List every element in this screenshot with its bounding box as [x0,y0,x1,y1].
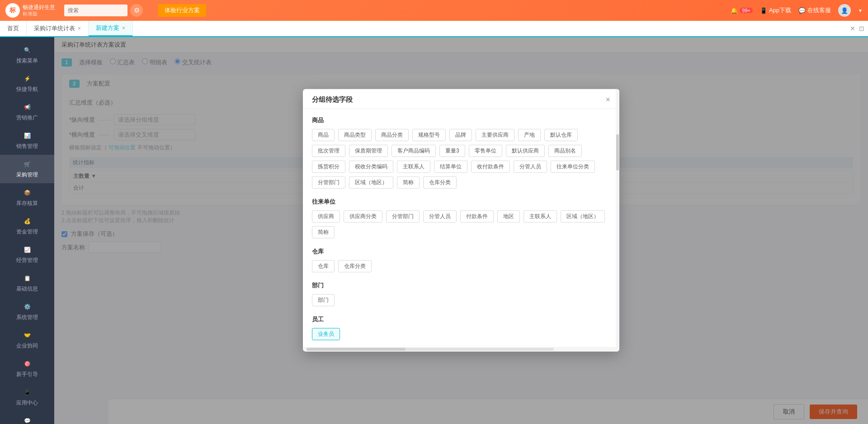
field-warehouse-category[interactable]: 仓库分类 [338,260,372,272]
field-payment-terms[interactable]: 收付款条件 [471,160,510,172]
notification-item[interactable]: 🔔 99+ [731,7,753,14]
top-header: 标 畅捷通好生意 标准版 ⚙ 体验行业方案 🔔 99+ 📱 App下载 💬 在线… [0,0,868,21]
field-spec-model[interactable]: 规格型号 [412,129,446,141]
tab-collapse-icon[interactable]: ✕ [850,25,855,32]
sidebar-item-newbie[interactable]: 🎯 新手引导 [0,354,54,383]
field-partner-contact[interactable]: 主联系人 [524,210,557,222]
sidebar-item-finance-label: 资金管理 [16,228,38,236]
field-product-category[interactable]: 商品分类 [375,129,409,141]
field-warehouse[interactable]: 仓库 [312,260,335,272]
tab-new-plan[interactable]: 新建方案 × [89,21,133,36]
enterprise-wechat-icon: 💬 [22,416,32,424]
field-payment-condition[interactable]: 付款条件 [460,210,494,222]
field-main-supplier[interactable]: 主要供应商 [476,129,514,141]
modal-header: 分组待选字段 × [303,89,619,109]
tab-home[interactable]: 首页 [0,21,27,36]
tab-expand-icon[interactable]: ⊡ [859,25,864,32]
tab-purchase-stats[interactable]: 采购订单统计表 × [27,21,89,36]
sidebar-item-operation-label: 经营管理 [16,257,38,264]
quick-nav-icon: ⚡ [22,74,32,84]
logo-text: 畅捷通好生意 标准版 [23,4,55,17]
horizontal-scrollbar-track [307,348,554,351]
search-icon: 🔍 [22,45,32,55]
sidebar-item-purchase[interactable]: 🛒 采购管理 [0,155,54,183]
field-customer-code[interactable]: 客户商品编码 [392,144,436,157]
sidebar-item-operation[interactable]: 📈 经营管理 [0,240,54,269]
field-product-type[interactable]: 商品类型 [338,129,372,141]
finance-icon: 💰 [22,216,32,226]
sidebar-item-enterprise-wechat[interactable]: 💬 企业微信 [0,411,54,424]
sidebar-item-search[interactable]: 🔍 搜索菜单 [0,41,54,69]
field-abbr[interactable]: 简称 [397,176,420,188]
field-partner-supervisor[interactable]: 分管人员 [423,210,457,222]
field-settlement-unit[interactable]: 结算单位 [434,160,467,172]
field-partner-dept[interactable]: 分管部门 [386,210,420,222]
header-right: 🔔 99+ 📱 App下载 💬 在线客服 👤 ▼ [731,4,863,17]
sidebar-item-inventory[interactable]: 📦 库存核算 [0,183,54,212]
field-brand[interactable]: 品牌 [449,129,472,141]
sidebar-item-app-center[interactable]: 📱 应用中心 [0,383,54,411]
field-product-alias[interactable]: 商品别名 [548,144,582,157]
modal-body: 商品 商品 商品类型 商品分类 规格型号 品牌 主要供应商 产地 默认仓库 批次… [303,109,619,347]
section-department-title: 部门 [312,281,610,289]
sidebar-item-basic[interactable]: 📋 基础信息 [0,269,54,297]
experience-btn[interactable]: 体验行业方案 [158,4,206,17]
modal-horizontal-scrollbar[interactable] [303,347,619,352]
tab-purchase-stats-close[interactable]: × [78,25,81,32]
service-icon: 💬 [798,7,806,14]
field-default-supplier[interactable]: 默认供应商 [506,144,545,157]
field-department[interactable]: 部门 [312,294,335,306]
newbie-icon: 🎯 [22,359,32,369]
field-partner-abbr[interactable]: 简称 [312,226,335,238]
sidebar-item-purchase-label: 采购管理 [16,171,38,179]
field-main-contact[interactable]: 主联系人 [397,160,430,172]
tab-new-plan-close[interactable]: × [122,25,125,31]
field-partner-category[interactable]: 往来单位分类 [551,160,595,172]
online-service-item[interactable]: 💬 在线客服 [798,6,831,14]
field-district[interactable]: 地区 [497,210,520,222]
field-supervisor[interactable]: 分管人员 [514,160,547,172]
section-product: 商品 商品 商品类型 商品分类 规格型号 品牌 主要供应商 产地 默认仓库 批次… [312,116,610,188]
sidebar-item-marketing[interactable]: 📢 营销推广 [0,98,54,126]
app-download-label: App下载 [769,6,791,14]
field-weight[interactable]: 重量3 [439,144,465,157]
field-quality-mgmt[interactable]: 保质期管理 [349,144,388,157]
field-supplier[interactable]: 供应商 [312,210,340,222]
field-retail-unit[interactable]: 零售单位 [469,144,502,157]
field-supplier-category[interactable]: 供应商分类 [344,210,382,222]
settings-icon[interactable]: ⚙ [130,4,143,17]
modal-close-btn[interactable]: × [605,95,610,104]
field-dept[interactable]: 分管部门 [312,176,345,188]
header-search-input[interactable] [64,5,127,16]
sidebar-item-enterprise[interactable]: 🤝 企业协同 [0,326,54,354]
sidebar: 🔍 搜索菜单 ⚡ 快捷导航 📢 营销推广 📊 销售管理 🛒 采购管理 📦 库存核… [0,37,54,424]
download-icon: 📱 [760,7,767,14]
field-product[interactable]: 商品 [312,129,335,141]
section-product-fields: 商品 商品类型 商品分类 规格型号 品牌 主要供应商 产地 默认仓库 批次管理 … [312,129,610,188]
field-salesperson[interactable]: 业务员 [312,328,340,340]
enterprise-icon: 🤝 [22,330,32,340]
app-download-item[interactable]: 📱 App下载 [760,6,791,14]
sidebar-item-system[interactable]: ⚙️ 系统管理 [0,297,54,326]
section-partner-fields: 供应商 供应商分类 分管部门 分管人员 付款条件 地区 主联系人 区域（地区） … [312,210,610,238]
modal-scrollbar-thumb [616,134,619,170]
modal-title: 分组待选字段 [312,95,353,104]
avatar[interactable]: 👤 [838,4,851,17]
sidebar-item-quick-nav[interactable]: ⚡ 快捷导航 [0,69,54,98]
field-default-warehouse[interactable]: 默认仓库 [544,129,578,141]
field-wh-category[interactable]: 仓库分类 [423,176,457,188]
modal-field-selector: 分组待选字段 × 商品 商品 商品类型 商品分类 规格型号 品牌 主要供应商 产… [303,89,619,351]
purchase-icon: 🛒 [22,159,32,169]
operation-icon: 📈 [22,245,32,255]
sidebar-item-sales[interactable]: 📊 销售管理 [0,126,54,155]
field-origin[interactable]: 产地 [518,129,541,141]
field-region[interactable]: 区域（地区） [349,176,393,188]
sidebar-item-finance[interactable]: 💰 资金管理 [0,212,54,240]
sales-icon: 📊 [22,131,32,141]
field-tax-code[interactable]: 税收分类编码 [349,160,393,172]
field-pick-points[interactable]: 拣货积分 [312,160,345,172]
field-partner-region[interactable]: 区域（地区） [561,210,605,222]
section-product-title: 商品 [312,116,610,124]
field-batch-mgmt[interactable]: 批次管理 [312,144,345,157]
modal-scrollbar[interactable] [616,89,619,351]
